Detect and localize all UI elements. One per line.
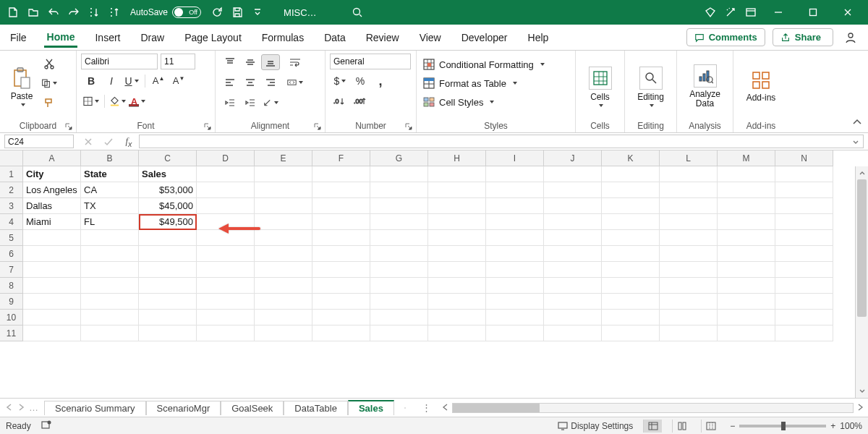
sheet-tab[interactable]: Sales xyxy=(348,400,394,415)
column-header[interactable]: A xyxy=(23,150,81,166)
undo-icon[interactable] xyxy=(45,4,62,21)
cell[interactable] xyxy=(486,214,544,230)
cell[interactable] xyxy=(660,182,718,198)
cell[interactable] xyxy=(370,198,428,214)
cell[interactable] xyxy=(81,326,139,341)
cell[interactable] xyxy=(718,278,775,294)
maximize-button[interactable] xyxy=(797,1,829,23)
cell[interactable] xyxy=(602,182,660,198)
zoom-in-icon[interactable]: + xyxy=(830,421,835,431)
cell[interactable] xyxy=(428,230,486,246)
column-header[interactable]: H xyxy=(428,150,486,166)
cell[interactable] xyxy=(197,294,255,310)
cell[interactable] xyxy=(602,246,660,262)
cell[interactable] xyxy=(660,230,718,246)
insert-function-icon[interactable]: fx xyxy=(119,133,139,150)
cell[interactable] xyxy=(23,230,81,246)
cell[interactable] xyxy=(544,214,602,230)
cell[interactable] xyxy=(660,294,718,310)
tab-draw[interactable]: Draw xyxy=(137,27,167,48)
new-file-icon[interactable] xyxy=(4,4,22,21)
decrease-indent-icon[interactable] xyxy=(221,95,239,111)
align-bottom-icon[interactable] xyxy=(261,54,280,70)
cell[interactable] xyxy=(197,230,255,246)
search-icon[interactable] xyxy=(349,4,366,21)
minimize-button[interactable] xyxy=(762,1,794,23)
alignment-launcher-icon[interactable] xyxy=(314,122,323,130)
close-button[interactable] xyxy=(832,1,864,23)
font-launcher-icon[interactable] xyxy=(204,122,213,130)
increase-indent-icon[interactable] xyxy=(241,95,260,111)
cell[interactable] xyxy=(428,294,486,310)
cell[interactable] xyxy=(718,214,775,230)
cell[interactable] xyxy=(23,326,81,341)
cell[interactable] xyxy=(428,278,486,294)
align-center-icon[interactable] xyxy=(241,75,260,90)
cell[interactable] xyxy=(81,294,139,310)
tab-view[interactable]: View xyxy=(417,27,444,48)
open-file-icon[interactable] xyxy=(25,4,42,21)
cell[interactable] xyxy=(486,294,544,310)
sheet-nav-prev-icon[interactable] xyxy=(6,402,13,413)
sheet-tab[interactable]: ScenarioMgr xyxy=(146,401,221,415)
cell[interactable] xyxy=(544,198,602,214)
column-header[interactable]: E xyxy=(255,150,312,166)
borders-icon[interactable] xyxy=(82,93,101,109)
cell[interactable] xyxy=(23,294,81,310)
align-middle-icon[interactable] xyxy=(241,54,260,70)
cell[interactable]: $45,000 xyxy=(139,198,197,214)
cell[interactable] xyxy=(312,214,370,230)
cell[interactable] xyxy=(312,294,370,310)
cell[interactable] xyxy=(139,278,197,294)
tab-file[interactable]: File xyxy=(7,27,30,48)
decrease-decimal-icon[interactable]: .00 xyxy=(351,93,370,109)
cell[interactable] xyxy=(544,310,602,326)
save-icon[interactable] xyxy=(229,4,246,21)
cell[interactable] xyxy=(139,230,197,246)
cell[interactable] xyxy=(602,166,660,182)
account-icon[interactable] xyxy=(841,30,860,46)
autosave-toggle[interactable]: AutoSave Off xyxy=(130,7,201,18)
column-header[interactable]: K xyxy=(602,150,660,166)
cell[interactable] xyxy=(312,278,370,294)
cell[interactable] xyxy=(775,198,833,214)
cell[interactable] xyxy=(370,326,428,341)
cell[interactable] xyxy=(718,246,775,262)
tab-data[interactable]: Data xyxy=(321,27,349,48)
cell[interactable] xyxy=(197,214,255,230)
cell[interactable] xyxy=(718,198,775,214)
cell[interactable] xyxy=(486,166,544,182)
italic-icon[interactable]: I xyxy=(102,73,121,89)
cell[interactable] xyxy=(81,246,139,262)
cell[interactable] xyxy=(81,278,139,294)
cell[interactable] xyxy=(428,198,486,214)
cell[interactable] xyxy=(486,278,544,294)
collapse-ribbon-icon[interactable] xyxy=(852,117,862,129)
cell[interactable]: $49,500 xyxy=(139,214,197,230)
cell[interactable]: $53,000 xyxy=(139,182,197,198)
cell[interactable] xyxy=(775,326,833,341)
cell[interactable] xyxy=(197,262,255,278)
cell[interactable] xyxy=(197,326,255,341)
cell[interactable] xyxy=(602,214,660,230)
tab-developer[interactable]: Developer xyxy=(459,27,511,48)
zoom-out-icon[interactable]: − xyxy=(730,421,735,431)
cell[interactable] xyxy=(81,310,139,326)
cell[interactable]: Miami xyxy=(23,214,81,230)
cell[interactable]: TX xyxy=(81,198,139,214)
row-header[interactable]: 8 xyxy=(0,278,23,294)
cell[interactable] xyxy=(197,182,255,198)
column-header[interactable]: G xyxy=(370,150,428,166)
cell[interactable] xyxy=(718,262,775,278)
orientation-icon[interactable] xyxy=(261,95,280,111)
cell[interactable] xyxy=(486,262,544,278)
cell[interactable] xyxy=(660,278,718,294)
cell[interactable] xyxy=(775,182,833,198)
macro-record-icon[interactable] xyxy=(41,420,51,432)
cell[interactable] xyxy=(775,230,833,246)
cell-styles-button[interactable]: Cell Styles xyxy=(422,95,570,109)
cell[interactable] xyxy=(775,166,833,182)
cell[interactable] xyxy=(139,246,197,262)
underline-icon[interactable]: U xyxy=(122,73,141,89)
comma-format-icon[interactable]: , xyxy=(371,73,390,89)
